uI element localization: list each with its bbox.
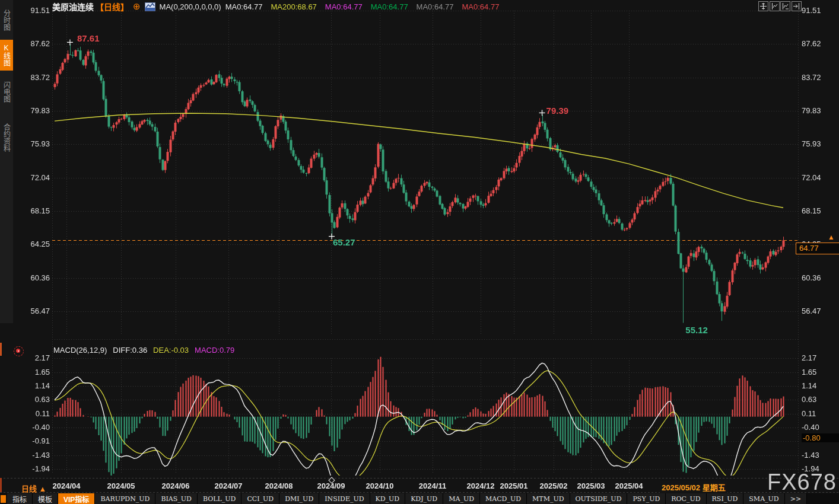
price-annotation: 79.39 (546, 106, 569, 116)
toolbar-item-mtm-ud[interactable]: MTM_UD (527, 493, 570, 504)
macd-tick-left: 1.14 (0, 381, 50, 390)
price-tick-right: 87.62 (802, 39, 837, 48)
toolbar-corner-icon[interactable] (1, 495, 6, 503)
chart-header: 美原油连续【日线】 ⊕ MA(0,200,0,0,0,0) MA0:64.77M… (52, 2, 499, 11)
toolbar-item-bias-ud[interactable]: BIAS_UD (155, 493, 198, 504)
x-axis-month-label: 2024/12 (467, 481, 495, 490)
macd-tick-right: 0.11 (802, 409, 837, 418)
link-icon[interactable]: ⊕ (133, 2, 141, 11)
macd-tick-left: -1.43 (0, 451, 50, 460)
toolbar-item-boll-ud[interactable]: BOLL_UD (198, 493, 242, 504)
macd-tick-left: 0.63 (0, 395, 50, 404)
x-axis-month-label: 2024/05 (107, 481, 135, 490)
sidebar-item-3[interactable]: 闪电图 (0, 74, 13, 110)
toolbar-item-ma-ud[interactable]: MA_UD (443, 493, 480, 504)
x-axis-month-label: 2024/06 (162, 481, 190, 490)
macd-tick-right: -1.94 (802, 464, 837, 473)
current-price-badge: 64.77 (796, 243, 839, 254)
x-axis-month-label: 2025/03 (577, 481, 605, 490)
macd-tick-left: 1.65 (0, 368, 50, 377)
toolbar-item--[interactable]: 模板 (33, 493, 58, 504)
ma-settings-label: MA(0,200,0,0,0,0) (160, 2, 221, 11)
toolbar-item-roc-ud[interactable]: ROC_UD (666, 493, 706, 504)
price-tick-right: 68.15 (802, 206, 837, 215)
sidebar-item-1[interactable]: 分时图 (0, 3, 13, 37)
ma-value-label: MA200:68.67 (271, 2, 317, 11)
ma-values: MA0:64.77MA200:68.67MA0:64.77MA0:64.77MA… (225, 2, 500, 11)
x-axis-month-label: 2025/02 (540, 481, 568, 490)
x-axis-month-label: 2024/11 (419, 481, 446, 490)
fx678-watermark: FX678 (767, 470, 837, 495)
toolbar-item-outside-ud[interactable]: OUTSIDE_UD (570, 493, 628, 504)
ma-value-label: MA0:64.77 (225, 2, 263, 11)
sidebar-item-4[interactable]: 合约资料 (0, 114, 13, 161)
macd-diff-value: DIFF:0.36 (113, 346, 147, 355)
price-tick-right: 91.51 (802, 6, 837, 15)
left-sidebar: 分时图K线图闪电图合约资料 (0, 0, 13, 323)
macd-title: MACD(26,12,9) (53, 346, 107, 355)
period-selector[interactable]: 【日线】 (96, 1, 129, 12)
toolbar-item-kdj-ud[interactable]: KDJ_UD (405, 493, 443, 504)
toolbar-item-kd-ud[interactable]: KD_UD (370, 493, 406, 504)
current-date-label: 2025/05/02 星期五 (660, 481, 727, 493)
x-axis-month-label: 2024/08 (265, 481, 293, 490)
macd-tick-left: -0.40 (0, 423, 50, 432)
toolbar-item-sma-ud[interactable]: SMA_UD (743, 493, 784, 504)
toolbar-item-vip-[interactable]: VIP指标 (58, 493, 95, 504)
macd-tick-left: -1.94 (0, 464, 50, 473)
x-axis-scale-icon[interactable] (780, 1, 790, 11)
symbol-name[interactable]: 美原油连续 (52, 1, 94, 12)
macd-tick-right: -0.80 (802, 433, 839, 442)
left-edge-marker (0, 343, 2, 356)
toolbar-item--[interactable]: >> (785, 493, 807, 504)
macd-tick-right: 1.14 (802, 381, 837, 390)
move-tool-icon[interactable] (758, 1, 768, 11)
macd-tick-left: 0.11 (0, 409, 50, 418)
macd-tick-right: 0.63 (802, 395, 837, 404)
macd-header: MACD(26,12,9) DIFF:0.36 DEA:-0.03 MACD:0… (53, 346, 234, 355)
toolbar-item--[interactable]: 指标 (7, 493, 33, 504)
price-annotation: 55.12 (685, 325, 708, 335)
chart-type-icon[interactable] (145, 2, 155, 11)
macd-tick-right: -1.43 (802, 451, 837, 460)
x-axis-month-label: 2025/01 (500, 481, 528, 490)
macd-settings-icon[interactable] (14, 346, 24, 356)
y-axis-scale-icon[interactable] (770, 1, 780, 11)
price-tick-right: 72.04 (802, 173, 837, 182)
toolbar-item-macd-ud[interactable]: MACD_UD (480, 493, 527, 504)
left-edge-marker (0, 478, 2, 492)
macd-tick-right: 1.65 (802, 368, 837, 377)
toolbar-item-inside-ud[interactable]: INSIDE_UD (319, 493, 370, 504)
x-axis-month-label: 2024/04 (53, 481, 81, 490)
price-tick-right: 56.47 (802, 307, 837, 315)
price-tick-right: 60.36 (802, 273, 837, 282)
toolbar-item-dmi-ud[interactable]: DMI_UD (279, 493, 319, 504)
macd-macd-value: MACD:0.79 (195, 346, 234, 355)
ma-value-label: MA0:64.77 (417, 2, 454, 11)
toolbar-item-barupdn-ud[interactable]: BARUPDN_UD (95, 493, 155, 504)
macd-tick-right: 2.17 (802, 353, 837, 362)
price-alert-icon: ▲ (828, 233, 835, 241)
chart-canvas[interactable] (0, 0, 839, 504)
macd-dea-value: DEA:-0.03 (153, 346, 189, 355)
price-tick-right: 75.93 (802, 139, 837, 148)
go-to-latest-icon[interactable] (792, 1, 802, 11)
macd-tick-left: 2.17 (0, 353, 50, 362)
trading-app-window: 分时图K线图闪电图合约资料 美原油连续【日线】 ⊕ MA(0,200,0,0,0… (0, 0, 839, 504)
indicator-toolbar: 指标模板VIP指标BARUPDN_UDBIAS_UDBOLL_UDCCI_UDD… (0, 493, 839, 504)
x-axis-month-label: 2024/10 (366, 481, 394, 490)
sidebar-item-2[interactable]: K线图 (0, 40, 13, 71)
ma-value-label: MA0:64.77 (462, 2, 499, 11)
ma-value-label: MA0:64.77 (371, 2, 408, 11)
x-axis-month-label: 2024/07 (215, 481, 243, 490)
bottom-period-label[interactable]: 日线 ▲ (21, 483, 46, 494)
x-axis-month-label: 2025/04 (615, 481, 643, 490)
toolbar-item-rsi-ud[interactable]: RSI_UD (707, 493, 744, 504)
ma-value-label: MA0:64.77 (325, 2, 363, 11)
toolbar-item-psy-ud[interactable]: PSY_UD (627, 493, 666, 504)
macd-tick-right: -0.40 (802, 423, 837, 432)
price-annotation: 65.27 (333, 237, 355, 247)
price-tick-right: 79.83 (802, 106, 837, 115)
toolbar-item-cci-ud[interactable]: CCI_UD (241, 493, 279, 504)
macd-tick-left: -0.91 (0, 436, 50, 445)
